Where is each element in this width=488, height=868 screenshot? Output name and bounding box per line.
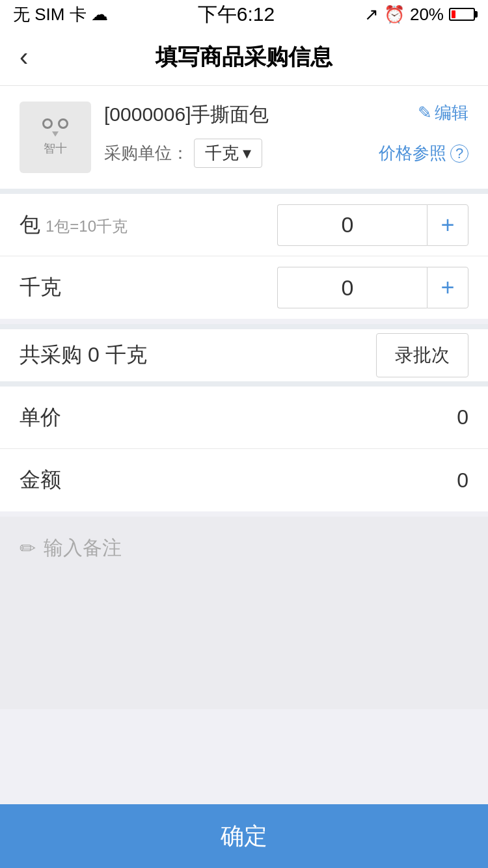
alarm-icon: ⏰ — [384, 5, 405, 25]
bao-qty-input[interactable] — [277, 204, 427, 246]
kg-row: 千克 + — [0, 256, 488, 319]
unit-select[interactable]: 千克 ▾ — [194, 139, 262, 168]
status-right: ↗ ⏰ 20% — [364, 5, 475, 25]
confirm-bar[interactable]: 确定 — [0, 804, 488, 868]
status-left: 无 SIM 卡 ☁ — [13, 3, 108, 26]
edit-button[interactable]: ✎ 编辑 — [418, 102, 468, 124]
product-name: [0000006]手撕面包 — [104, 102, 269, 128]
unit-price-label: 单价 — [20, 403, 61, 432]
amount-value: 0 — [457, 468, 468, 493]
product-card: 智十 [0000006]手撕面包 ✎ 编辑 采购单位： 千克 ▾ 价格参照 ? — [0, 86, 488, 194]
amount-label: 金额 — [20, 466, 61, 495]
content-spacer — [0, 579, 488, 709]
help-icon: ? — [450, 144, 468, 163]
summary-section: 共采购 0 千克 录批次 — [0, 324, 488, 387]
bao-qty-wrap: + — [277, 204, 468, 246]
back-button[interactable]: ‹ — [20, 42, 28, 72]
summary-text: 共采购 0 千克 — [20, 341, 147, 370]
price-reference-button[interactable]: 价格参照 ? — [379, 142, 468, 165]
note-section[interactable]: ✏ 输入备注 — [0, 517, 488, 579]
product-footer: 采购单位： 千克 ▾ 价格参照 ? — [104, 139, 468, 168]
kg-plus-button[interactable]: + — [427, 267, 468, 308]
unit-price-row: 单价 0 — [0, 387, 488, 449]
nav-bar: ‹ 填写商品采购信息 — [0, 29, 488, 86]
note-placeholder: 输入备注 — [44, 535, 122, 562]
unit-price-value: 0 — [457, 405, 468, 429]
bao-plus-button[interactable]: + — [427, 204, 468, 246]
status-bar: 无 SIM 卡 ☁ 下午6:12 ↗ ⏰ 20% — [0, 0, 488, 29]
dropdown-icon: ▾ — [243, 143, 251, 163]
batch-button[interactable]: 录批次 — [376, 333, 468, 377]
page-title: 填写商品采购信息 — [156, 42, 332, 72]
product-image: 智十 — [20, 102, 91, 173]
input-section: 包1包=10千克 + 千克 + — [0, 194, 488, 319]
product-info: [0000006]手撕面包 ✎ 编辑 采购单位： 千克 ▾ 价格参照 ? — [104, 102, 468, 168]
status-time: 下午6:12 — [198, 1, 275, 28]
pencil-icon: ✏ — [20, 537, 36, 560]
kg-qty-input[interactable] — [277, 267, 427, 308]
bao-sublabel: 1包=10千克 — [46, 217, 128, 235]
kg-qty-wrap: + — [277, 267, 468, 308]
location-icon: ↗ — [364, 5, 379, 25]
product-header: [0000006]手撕面包 ✎ 编辑 — [104, 102, 468, 128]
bao-row: 包1包=10千克 + — [0, 194, 488, 256]
unit-label: 采购单位： 千克 ▾ — [104, 139, 262, 168]
battery-percent: 20% — [410, 5, 444, 25]
kg-label: 千克 — [20, 273, 98, 302]
sim-status: 无 SIM 卡 ☁ — [13, 3, 108, 26]
confirm-label: 确定 — [221, 821, 267, 852]
amount-row: 金额 0 — [0, 449, 488, 511]
price-section: 单价 0 金额 0 — [0, 387, 488, 511]
edit-icon: ✎ — [418, 103, 432, 123]
bao-label: 包1包=10千克 — [20, 211, 128, 239]
battery-icon — [449, 8, 475, 21]
